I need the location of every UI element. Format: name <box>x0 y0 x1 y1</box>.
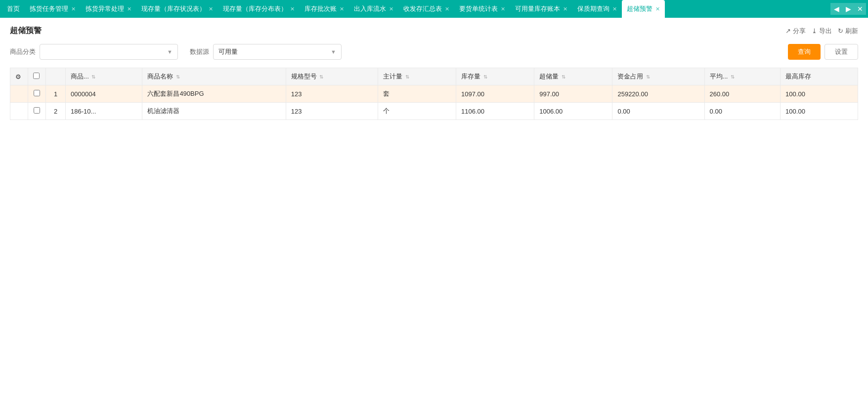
nav-arrow-extra[interactable]: ✕ <box>854 3 866 15</box>
row-name-0: 六配套新昌490BPG <box>142 85 286 103</box>
col-name-header[interactable]: 商品名称 ⇅ <box>142 68 286 85</box>
col-num-header <box>46 68 66 85</box>
nav-collect-summary[interactable]: 收发存汇总表 ✕ <box>398 0 454 18</box>
gear-icon[interactable]: ⚙ <box>15 73 21 80</box>
close-tab-collect-summary[interactable]: ✕ <box>445 6 449 12</box>
sort-avg-icon: ⇅ <box>731 74 735 79</box>
close-tab-overstock-warning[interactable]: ✕ <box>655 6 660 12</box>
header-actions: ↗ 分享 ⤓ 导出 ↻ 刷新 <box>785 27 858 36</box>
col-maxstock-header: 最高库存 <box>781 68 858 85</box>
category-select[interactable]: ▼ <box>40 44 178 60</box>
share-button[interactable]: ↗ 分享 <box>785 27 806 36</box>
nav-abnormal[interactable]: 拣货异常处理 ✕ <box>81 0 136 18</box>
col-spec-header[interactable]: 规格型号 ⇅ <box>286 68 378 85</box>
row-checkbox-1[interactable] <box>34 107 40 114</box>
set-button[interactable]: 设置 <box>825 44 858 60</box>
category-filter: 商品分类 ▼ <box>10 44 178 60</box>
nav-arrows: ◀ ▶ ✕ <box>830 3 866 15</box>
close-tab-task-mgmt[interactable]: ✕ <box>71 6 76 12</box>
row-unit-1: 个 <box>378 103 456 120</box>
close-tab-quality-period[interactable]: ✕ <box>612 6 617 12</box>
close-tab-inout-flow[interactable]: ✕ <box>389 6 393 12</box>
row-gear-0 <box>10 85 28 103</box>
row-num-0: 1 <box>46 85 66 103</box>
share-icon: ↗ <box>785 27 791 35</box>
close-tab-inventory-status[interactable]: ✕ <box>209 6 213 12</box>
col-stock-header[interactable]: 库存量 ⇅ <box>456 68 534 85</box>
row-maxstock-0: 100.00 <box>781 85 858 103</box>
top-nav: 首页 拣货任务管理 ✕ 拣货异常处理 ✕ 现存量（库存状况表） ✕ 现存量（库存… <box>0 0 868 18</box>
row-avg-0: 260.00 <box>704 85 781 103</box>
row-check-1 <box>28 103 46 120</box>
datasource-dropdown-icon: ▼ <box>331 49 336 55</box>
nav-inout-flow[interactable]: 出入库流水 ✕ <box>349 0 398 18</box>
refresh-button[interactable]: ↻ 刷新 <box>838 27 858 36</box>
row-overstock-0: 997.00 <box>534 85 612 103</box>
filter-buttons: 查询 设置 <box>788 44 858 60</box>
row-unit-0: 套 <box>378 85 456 103</box>
sort-overstock-icon: ⇅ <box>562 74 565 79</box>
nav-requisition-stat[interactable]: 要货单统计表 ✕ <box>454 0 510 18</box>
row-check-0 <box>28 85 46 103</box>
col-gear-header: ⚙ <box>10 68 28 85</box>
sort-spec-icon: ⇅ <box>319 74 323 79</box>
row-capital-0: 259220.00 <box>612 85 704 103</box>
export-icon: ⤓ <box>812 27 817 35</box>
row-gear-1 <box>10 103 28 120</box>
row-maxstock-1: 100.00 <box>781 103 858 120</box>
export-button[interactable]: ⤓ 导出 <box>812 27 832 36</box>
col-capital-header[interactable]: 资金占用 ⇅ <box>612 68 704 85</box>
datasource-label: 数据源 <box>190 47 209 56</box>
col-check-header <box>28 68 46 85</box>
close-tab-batch[interactable]: ✕ <box>340 6 344 12</box>
row-avg-1: 0.00 <box>704 103 781 120</box>
table-row: 2 186-10... 机油滤清器 123 个 1106.00 1006.00 … <box>10 103 858 120</box>
nav-arrow-left[interactable]: ◀ <box>830 3 842 15</box>
datasource-filter: 数据源 可用量 ▼ <box>190 44 342 60</box>
data-table: ⚙ 商品... ⇅ 商品名称 ⇅ 规格型号 ⇅ <box>10 68 858 120</box>
nav-inventory-status[interactable]: 现存量（库存状况表） ✕ <box>136 0 218 18</box>
row-capital-1: 0.00 <box>612 103 704 120</box>
row-checkbox-0[interactable] <box>34 90 40 96</box>
nav-arrow-right[interactable]: ▶ <box>842 3 854 15</box>
col-overstock-header[interactable]: 超储量 ⇅ <box>534 68 612 85</box>
close-tab-available-account[interactable]: ✕ <box>563 6 567 12</box>
row-stock-1: 1106.00 <box>456 103 534 120</box>
close-tab-requisition-stat[interactable]: ✕ <box>501 6 505 12</box>
query-button[interactable]: 查询 <box>788 44 821 60</box>
row-num-1: 2 <box>46 103 66 120</box>
nav-home[interactable]: 首页 <box>2 0 25 18</box>
sort-stock-icon: ⇅ <box>483 74 487 79</box>
row-code-1: 186-10... <box>66 103 142 120</box>
datasource-select[interactable]: 可用量 ▼ <box>213 44 342 60</box>
sort-unit-icon: ⇅ <box>405 74 409 79</box>
row-stock-0: 1097.00 <box>456 85 534 103</box>
nav-quality-period[interactable]: 保质期查询 ✕ <box>572 0 622 18</box>
col-avg-header[interactable]: 平均... ⇅ <box>704 68 781 85</box>
row-overstock-1: 1006.00 <box>534 103 612 120</box>
col-code-header[interactable]: 商品... ⇅ <box>66 68 142 85</box>
category-dropdown-icon: ▼ <box>167 49 173 55</box>
refresh-icon: ↻ <box>838 27 843 35</box>
sort-name-icon: ⇅ <box>176 74 180 79</box>
datasource-select-value: 可用量 <box>218 47 238 56</box>
row-code-0: 0000004 <box>66 85 142 103</box>
page-content: 超储预警 ↗ 分享 ⤓ 导出 ↻ 刷新 商品分类 ▼ 数据源 <box>0 18 868 395</box>
row-spec-0: 123 <box>286 85 378 103</box>
sort-code-icon: ⇅ <box>91 74 95 79</box>
select-all-checkbox[interactable] <box>33 73 40 79</box>
nav-overstock-warning[interactable]: 超储预警 ✕ <box>622 0 665 18</box>
close-tab-abnormal[interactable]: ✕ <box>127 6 131 12</box>
row-name-1: 机油滤清器 <box>142 103 286 120</box>
table-header-row: ⚙ 商品... ⇅ 商品名称 ⇅ 规格型号 ⇅ <box>10 68 858 85</box>
nav-available-account[interactable]: 可用量库存账本 ✕ <box>510 0 572 18</box>
col-unit-header[interactable]: 主计量 ⇅ <box>378 68 456 85</box>
nav-batch[interactable]: 库存批次账 ✕ <box>300 0 349 18</box>
page-title: 超储预警 <box>10 26 42 36</box>
filter-row: 商品分类 ▼ 数据源 可用量 ▼ 查询 设置 <box>10 44 858 60</box>
close-tab-inventory-dist[interactable]: ✕ <box>290 6 295 12</box>
nav-task-mgmt[interactable]: 拣货任务管理 ✕ <box>25 0 81 18</box>
page-header: 超储预警 ↗ 分享 ⤓ 导出 ↻ 刷新 <box>10 26 858 36</box>
row-spec-1: 123 <box>286 103 378 120</box>
nav-inventory-dist[interactable]: 现存量（库存分布表） ✕ <box>218 0 300 18</box>
